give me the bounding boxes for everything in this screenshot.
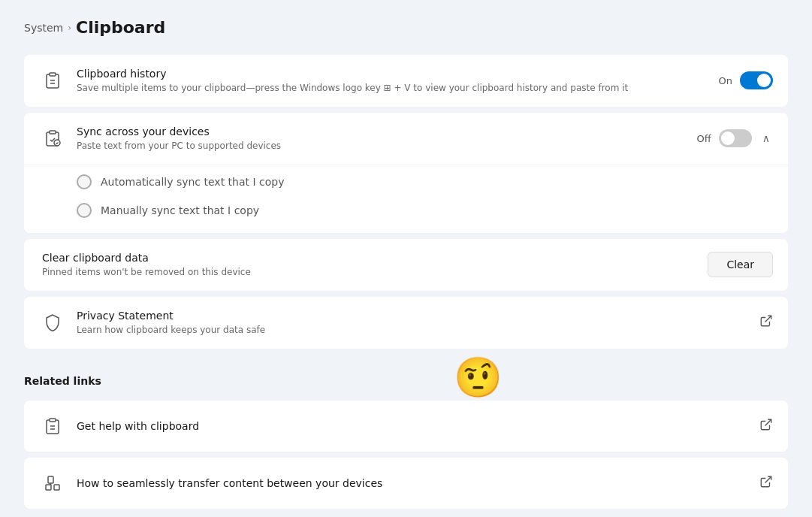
svg-rect-6 [50, 419, 56, 422]
sync-row: Sync across your devices Paste text from… [24, 113, 788, 165]
clear-card: Clear clipboard data Pinned items won't … [24, 239, 788, 291]
svg-line-14 [765, 476, 771, 482]
auto-sync-label: Automatically sync text that I copy [101, 176, 284, 188]
sync-action: Off ∧ [697, 129, 773, 147]
transfer-title: How to seamlessly transfer content betwe… [77, 476, 759, 490]
clipboard-history-action: On [719, 71, 773, 89]
help-clipboard-row[interactable]: Get help with clipboard [24, 401, 788, 452]
clear-title: Clear clipboard data [42, 251, 708, 265]
clipboard-history-toggle-slider [740, 71, 773, 89]
help-clipboard-card[interactable]: Get help with clipboard [24, 401, 788, 452]
breadcrumb-system[interactable]: System [24, 22, 63, 34]
clear-action: Clear [708, 252, 773, 277]
sync-card: Sync across your devices Paste text from… [24, 113, 788, 233]
privacy-text: Privacy Statement Learn how clipboard ke… [77, 309, 759, 337]
help-clipboard-icon [39, 413, 66, 440]
sync-options-area: Automatically sync text that I copy Manu… [24, 165, 788, 233]
transfer-icon [39, 470, 66, 497]
svg-rect-3 [50, 131, 56, 134]
clear-text: Clear clipboard data Pinned items won't … [39, 251, 708, 279]
privacy-card[interactable]: Privacy Statement Learn how clipboard ke… [24, 297, 788, 349]
breadcrumb-chevron-icon: › [68, 23, 71, 33]
shield-icon [39, 309, 66, 336]
privacy-row[interactable]: Privacy Statement Learn how clipboard ke… [24, 297, 788, 349]
sync-toggle-slider [719, 129, 752, 147]
clear-subtitle: Pinned items won't be removed on this de… [42, 266, 708, 279]
clipboard-history-subtitle: Save multiple items to your clipboard—pr… [77, 82, 719, 95]
sync-text: Sync across your devices Paste text from… [77, 125, 697, 153]
transfer-card[interactable]: How to seamlessly transfer content betwe… [24, 458, 788, 509]
svg-rect-11 [46, 485, 51, 490]
help-clipboard-text: Get help with clipboard [77, 419, 759, 433]
manual-sync-option[interactable]: Manually sync text that I copy [77, 203, 773, 218]
privacy-subtitle: Learn how clipboard keeps your data safe [77, 324, 759, 337]
transfer-row[interactable]: How to seamlessly transfer content betwe… [24, 458, 788, 509]
decorative-emoji: 🤨 [454, 355, 503, 401]
page-title: Clipboard [76, 18, 165, 37]
privacy-action [759, 314, 773, 331]
clear-button[interactable]: Clear [708, 252, 773, 277]
clipboard-history-toggle[interactable] [740, 71, 773, 89]
manual-sync-radio[interactable] [77, 203, 92, 218]
clipboard-history-row: Clipboard history Save multiple items to… [24, 55, 788, 107]
sync-toggle-thumb [721, 132, 735, 145]
related-links-label: Related links [24, 375, 101, 387]
transfer-external-link-icon[interactable] [759, 475, 773, 491]
help-clipboard-title: Get help with clipboard [77, 419, 759, 433]
related-links-section: Related links 🤨 Get help with clipboard [24, 355, 788, 509]
clipboard-history-toggle-label: On [719, 75, 732, 86]
auto-sync-radio[interactable] [77, 174, 92, 189]
svg-rect-12 [54, 485, 59, 490]
privacy-title: Privacy Statement [77, 309, 759, 322]
sync-toggle-label: Off [697, 133, 711, 144]
manual-sync-label: Manually sync text that I copy [101, 204, 259, 216]
sync-toggle[interactable] [719, 129, 752, 147]
clipboard-history-toggle-thumb [757, 74, 771, 87]
sync-expand-icon[interactable]: ∧ [759, 129, 773, 147]
help-clipboard-external-link-icon[interactable] [759, 418, 773, 434]
related-links-header: Related links 🤨 [24, 355, 788, 401]
help-clipboard-action [759, 418, 773, 434]
svg-line-9 [765, 419, 771, 425]
clipboard-history-text: Clipboard history Save multiple items to… [77, 67, 719, 95]
transfer-text: How to seamlessly transfer content betwe… [77, 476, 759, 490]
sync-subtitle: Paste text from your PC to supported dev… [77, 140, 697, 153]
auto-sync-option[interactable]: Automatically sync text that I copy [77, 174, 773, 189]
privacy-external-link-icon[interactable] [759, 314, 773, 331]
breadcrumb: System › Clipboard [24, 18, 788, 37]
sync-icon [39, 125, 66, 152]
svg-rect-10 [48, 476, 53, 483]
transfer-action [759, 475, 773, 491]
clipboard-icon [39, 67, 66, 94]
sync-title: Sync across your devices [77, 125, 697, 138]
clipboard-history-title: Clipboard history [77, 67, 719, 80]
svg-rect-0 [50, 73, 56, 76]
svg-point-4 [54, 140, 60, 146]
clipboard-history-card: Clipboard history Save multiple items to… [24, 55, 788, 107]
clear-row: Clear clipboard data Pinned items won't … [24, 239, 788, 291]
svg-line-5 [765, 316, 771, 322]
